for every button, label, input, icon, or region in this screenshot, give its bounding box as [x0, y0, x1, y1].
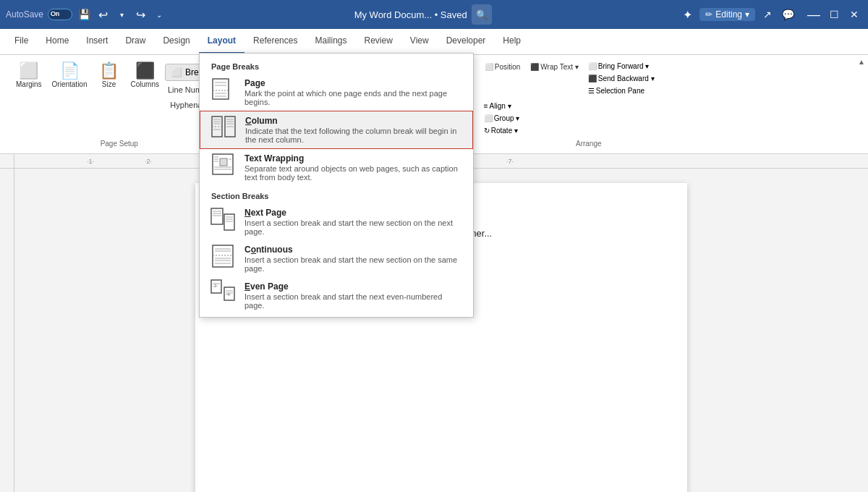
- tab-references[interactable]: References: [244, 28, 306, 54]
- text-wrapping-item[interactable]: Text Wrapping Separate text around objec…: [200, 149, 473, 186]
- svg-rect-25: [211, 208, 223, 224]
- tab-review[interactable]: Review: [355, 28, 401, 54]
- tab-file[interactable]: File: [6, 28, 37, 54]
- maximize-button[interactable]: ☐: [826, 7, 842, 22]
- page-setup-label: Page Setup: [101, 140, 138, 149]
- align-icon: ≡: [484, 102, 488, 110]
- tab-mailings[interactable]: Mailings: [306, 28, 355, 54]
- page-breaks-header: Page Breaks: [200, 56, 473, 74]
- even-page-desc: Insert a section break and start the nex…: [244, 292, 463, 310]
- group-icon: ⬜: [484, 114, 493, 122]
- edit-dropdown-icon: ▾: [745, 9, 749, 20]
- save-icon[interactable]: 💾: [77, 7, 91, 22]
- next-page-text: Next Page Insert a section break and sta…: [244, 208, 463, 236]
- text-wrapping-text: Text Wrapping Separate text around objec…: [244, 153, 463, 182]
- even-page-icon: -2- -4-: [210, 281, 236, 308]
- pencil-icon: ✏: [705, 9, 712, 20]
- align-button[interactable]: ≡ Align ▾: [480, 101, 524, 111]
- redo-button[interactable]: ↪: [133, 7, 148, 22]
- tab-design[interactable]: Design: [154, 28, 198, 54]
- selection-pane-button[interactable]: ☰ Selection Pane: [584, 85, 658, 96]
- bring-forward-icon: ⬜: [588, 62, 597, 70]
- close-button[interactable]: ✕: [846, 7, 862, 22]
- editing-mode-button[interactable]: ✏ Editing ▾: [699, 8, 755, 21]
- next-page-title: Next Page: [244, 208, 463, 218]
- ribbon-tabs: File Home Insert Draw Design Layout Refe…: [0, 29, 868, 55]
- even-page-title: Even Page: [244, 281, 463, 292]
- wrap-text-label: Wrap Text ▾: [540, 63, 578, 71]
- rotate-label: Rotate ▾: [491, 127, 518, 135]
- vertical-ruler: [0, 169, 14, 492]
- tab-insert[interactable]: Insert: [77, 28, 116, 54]
- copilot-icon[interactable]: ✦: [679, 7, 695, 22]
- svg-rect-26: [224, 214, 234, 230]
- comment-icon[interactable]: 💬: [780, 7, 796, 22]
- page-break-title: Page: [244, 78, 463, 88]
- ribbon-collapse-button[interactable]: ▲: [858, 58, 865, 66]
- ruler-corner: [0, 154, 14, 169]
- rotate-icon: ↻: [484, 127, 490, 135]
- text-wrapping-icon: [210, 153, 236, 179]
- group-label: Group ▾: [494, 114, 520, 122]
- align-label: Align ▾: [490, 102, 511, 110]
- bring-forward-button[interactable]: ⬜ Bring Forward ▾: [584, 61, 658, 72]
- page-break-text: Page Mark the point at which one page en…: [244, 78, 463, 106]
- autosave-toggle[interactable]: On: [48, 9, 72, 20]
- size-icon: 📋: [99, 63, 119, 79]
- arrange-items: ⬜ Position ⬛ Wrap Text ▾ ⬜ Bring Forward…: [480, 59, 697, 138]
- page-break-item[interactable]: Page Mark the point at which one page en…: [200, 74, 473, 111]
- continuous-item[interactable]: Continuous Insert a section break and st…: [200, 240, 473, 277]
- title-bar-center: My Word Docum... • Saved 🔍: [354, 4, 492, 25]
- position-icon: ⬜: [485, 63, 493, 71]
- search-button[interactable]: 🔍: [472, 4, 492, 25]
- selection-pane-label: Selection Pane: [596, 87, 644, 95]
- wrap-text-button[interactable]: ⬛ Wrap Text ▾: [526, 61, 582, 73]
- group-button[interactable]: ⬜ Group ▾: [480, 113, 524, 124]
- tab-draw[interactable]: Draw: [116, 28, 154, 54]
- customize-quick-access[interactable]: ⌄: [152, 7, 166, 22]
- title-bar: AutoSave On 💾 ↩ ▾ ↪ ⌄ My Word Docum... •…: [0, 0, 868, 29]
- send-backward-label: Send Backward ▾: [598, 75, 655, 82]
- tab-developer[interactable]: Developer: [438, 28, 495, 54]
- next-page-desc: Insert a section break and start the new…: [244, 219, 463, 236]
- page-break-desc: Mark the point at which one page ends an…: [244, 89, 463, 106]
- tab-home[interactable]: Home: [37, 28, 77, 54]
- continuous-desc: Insert a section break and start the new…: [244, 255, 463, 273]
- margins-button[interactable]: ⬜ Margins: [12, 61, 46, 90]
- column-break-icon: [210, 116, 237, 142]
- position-button[interactable]: ⬜ Position: [480, 61, 525, 73]
- tab-view[interactable]: View: [401, 28, 438, 54]
- next-page-item[interactable]: Next Page Insert a section break and sta…: [200, 203, 473, 240]
- size-button[interactable]: 📋 Size: [93, 61, 125, 90]
- send-backward-button[interactable]: ⬛ Send Backward ▾: [584, 73, 658, 84]
- column-break-item[interactable]: Column Indicate that the text following …: [200, 111, 473, 149]
- orientation-label: Orientation: [52, 80, 88, 88]
- undo-dropdown[interactable]: ▾: [114, 7, 129, 22]
- page-setup-items: ⬜ Margins 📄 Orientation 📋 Size ⬛ Columns: [12, 59, 227, 138]
- bring-forward-label: Bring Forward ▾: [598, 62, 650, 70]
- page-break-icon: [210, 78, 236, 104]
- tab-help[interactable]: Help: [494, 28, 529, 54]
- svg-rect-18: [220, 158, 227, 166]
- columns-button[interactable]: ⬛ Columns: [127, 61, 163, 90]
- breaks-dropdown-menu: Page Breaks Page Mark the point at which…: [199, 53, 474, 318]
- title-bar-left: AutoSave On 💾 ↩ ▾ ↪ ⌄: [6, 7, 166, 22]
- minimize-button[interactable]: —: [806, 7, 822, 22]
- send-backward-icon: ⬛: [588, 75, 597, 82]
- document-title: My Word Docum... • Saved: [354, 9, 467, 20]
- size-label: Size: [102, 80, 116, 88]
- columns-label: Columns: [131, 80, 159, 88]
- undo-button[interactable]: ↩: [95, 7, 110, 22]
- autosave-state: On: [51, 10, 59, 17]
- share-icon[interactable]: ↗: [760, 7, 775, 22]
- tab-layout[interactable]: Layout: [199, 28, 244, 54]
- margins-label: Margins: [16, 80, 42, 88]
- continuous-text: Continuous Insert a section break and st…: [244, 245, 463, 273]
- rotate-button[interactable]: ↻ Rotate ▾: [480, 125, 524, 136]
- text-wrapping-desc: Separate text around objects on web page…: [244, 164, 463, 182]
- arrange-label: Arrange: [576, 140, 602, 149]
- wrap-text-icon: ⬛: [530, 63, 539, 71]
- orientation-button[interactable]: 📄 Orientation: [48, 61, 92, 90]
- even-page-item[interactable]: -2- -4- Even Page Insert a section break…: [200, 277, 473, 314]
- selection-pane-icon: ☰: [588, 87, 595, 95]
